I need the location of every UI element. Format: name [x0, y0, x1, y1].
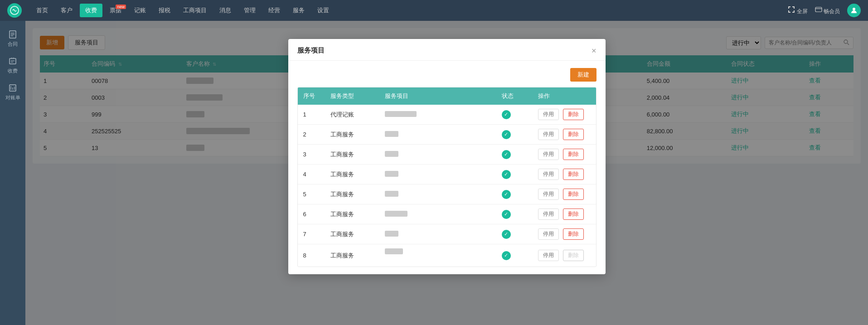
delete-btn: 删除	[563, 250, 584, 261]
delete-btn[interactable]: 删除	[563, 129, 584, 140]
sidebar-item-statement[interactable]: 对账单	[0, 79, 25, 106]
nav-right: 全屏 畅会员	[788, 4, 861, 17]
modal-col-action: 操作	[533, 87, 596, 105]
delete-btn[interactable]: 删除	[563, 189, 584, 200]
cell-status: ✓	[496, 165, 533, 184]
status-icon: ✓	[502, 130, 511, 139]
cell-type: 工商服务	[325, 204, 379, 224]
cell-status: ✓	[496, 224, 533, 244]
cell-actions: 停用 删除	[533, 184, 596, 204]
cell-index: 8	[298, 244, 325, 267]
stop-btn[interactable]: 停用	[538, 209, 559, 220]
modal-overlay: 服务项目 × 新建 序号 服务类型 服务项目 状态 操作	[25, 21, 868, 325]
nav-item-message[interactable]: 消息	[214, 4, 237, 17]
modal-new-button[interactable]: 新建	[570, 68, 596, 82]
cell-actions: 停用 删除	[533, 125, 596, 145]
cell-status: ✓	[496, 184, 533, 204]
nav-item-bookkeeping[interactable]: 记账	[129, 4, 151, 17]
delete-btn[interactable]: 删除	[563, 209, 584, 220]
nav-item-operation[interactable]: 经营	[263, 4, 286, 17]
status-icon: ✓	[502, 190, 511, 199]
user-avatar[interactable]	[847, 4, 861, 17]
modal-col-index: 序号	[298, 87, 325, 105]
modal-body: 新建 序号 服务类型 服务项目 状态 操作 1 代理记账	[288, 61, 606, 274]
cell-item: ████	[379, 165, 496, 184]
service-modal: 服务项目 × 新建 序号 服务类型 服务项目 状态 操作	[288, 39, 606, 274]
sidebar-item-contract[interactable]: 合同	[0, 25, 25, 52]
nav-item-settings[interactable]: 设置	[312, 4, 335, 17]
modal-close-button[interactable]: ×	[592, 47, 596, 55]
sidebar-item-label: 合同	[8, 41, 18, 48]
nav-item-business[interactable]: 工商项目	[178, 4, 212, 17]
status-icon: ✓	[502, 230, 511, 239]
cell-actions: 停用 删除	[533, 204, 596, 224]
cell-actions: 停用 删除	[533, 105, 596, 125]
list-item: 2 工商服务 ████ ✓ 停用 删除	[298, 125, 596, 145]
modal-col-item: 服务项目	[379, 87, 496, 105]
cell-status: ✓	[496, 105, 533, 125]
cell-item: ████	[379, 224, 496, 244]
list-item: 3 工商服务 ████ ✓ 停用 删除	[298, 145, 596, 165]
sidebar-item-label: 对账单	[5, 94, 20, 101]
cell-type: 工商服务	[325, 125, 379, 145]
delete-btn[interactable]: 删除	[563, 228, 584, 240]
cell-type: 工商服务	[325, 145, 379, 165]
cell-item: ██████1	[379, 105, 496, 125]
nav-item-billing[interactable]: 收费	[80, 4, 102, 17]
cell-item: ████	[379, 184, 496, 204]
cell-type: 工商服务	[325, 244, 379, 267]
nav-item-tax[interactable]: 报税	[153, 4, 176, 17]
stop-btn[interactable]: 停用	[538, 109, 559, 120]
cell-index: 4	[298, 165, 325, 184]
nav-item-invoice[interactable]: 票据 new	[104, 4, 127, 17]
statement-icon	[8, 83, 17, 92]
list-item: 6 工商服务 ████████ ✓ 停用 删除	[298, 204, 596, 224]
cell-index: 5	[298, 184, 325, 204]
modal-table-wrap: 序号 服务类型 服务项目 状态 操作 1 代理记账 ██████1 ✓ 停用 删…	[297, 87, 596, 267]
modal-header: 服务项目 ×	[288, 39, 606, 61]
nav-item-home[interactable]: 首页	[31, 4, 53, 17]
fullscreen-btn[interactable]: 全屏	[788, 6, 807, 15]
nav-item-manage[interactable]: 管理	[238, 4, 261, 17]
cell-type: 代理记账	[325, 105, 379, 125]
new-badge: new	[116, 5, 126, 9]
cell-item: ████████	[379, 204, 496, 224]
member-btn[interactable]: 畅会员	[815, 6, 840, 15]
billing-icon	[8, 57, 17, 66]
modal-col-status: 状态	[496, 87, 533, 105]
stop-btn[interactable]: 停用	[538, 129, 559, 140]
list-item: 8 工商服务 ████注册 ✓ 停用 删除	[298, 244, 596, 267]
cell-status: ✓	[496, 244, 533, 267]
stop-btn[interactable]: 停用	[538, 189, 559, 200]
stop-btn[interactable]: 停用	[538, 228, 559, 240]
cell-item: ████	[379, 145, 496, 165]
status-icon: ✓	[502, 210, 511, 219]
delete-btn[interactable]: 删除	[563, 109, 584, 120]
svg-point-2	[853, 8, 855, 10]
cell-actions: 停用 删除	[533, 165, 596, 184]
svg-rect-1	[815, 7, 822, 12]
delete-btn[interactable]: 删除	[563, 149, 584, 160]
delete-btn[interactable]: 删除	[563, 169, 584, 180]
nav-item-service[interactable]: 服务	[287, 4, 310, 17]
cell-item: ████注册	[379, 244, 496, 267]
stop-btn[interactable]: 停用	[538, 169, 559, 180]
cell-status: ✓	[496, 145, 533, 165]
list-item: 5 工商服务 ████ ✓ 停用 删除	[298, 184, 596, 204]
nav-item-customer[interactable]: 客户	[55, 4, 78, 17]
modal-toolbar: 新建	[297, 68, 596, 82]
modal-table-header: 序号 服务类型 服务项目 状态 操作	[298, 87, 596, 105]
modal-service-table: 序号 服务类型 服务项目 状态 操作 1 代理记账 ██████1 ✓ 停用 删…	[298, 87, 596, 267]
cell-index: 2	[298, 125, 325, 145]
cell-item: ████	[379, 125, 496, 145]
status-icon: ✓	[502, 170, 511, 179]
cell-status: ✓	[496, 125, 533, 145]
sidebar-item-billing[interactable]: 收费	[0, 52, 25, 79]
cell-type: 工商服务	[325, 224, 379, 244]
sidebar-item-label: 收费	[8, 68, 18, 74]
stop-btn[interactable]: 停用	[538, 250, 559, 261]
status-icon: ✓	[502, 110, 511, 119]
stop-btn[interactable]: 停用	[538, 149, 559, 160]
status-icon: ✓	[502, 150, 511, 159]
top-navigation: 首页 客户 收费 票据 new 记账 报税 工商项目 消息 管理 经营 服务 设…	[0, 0, 868, 21]
